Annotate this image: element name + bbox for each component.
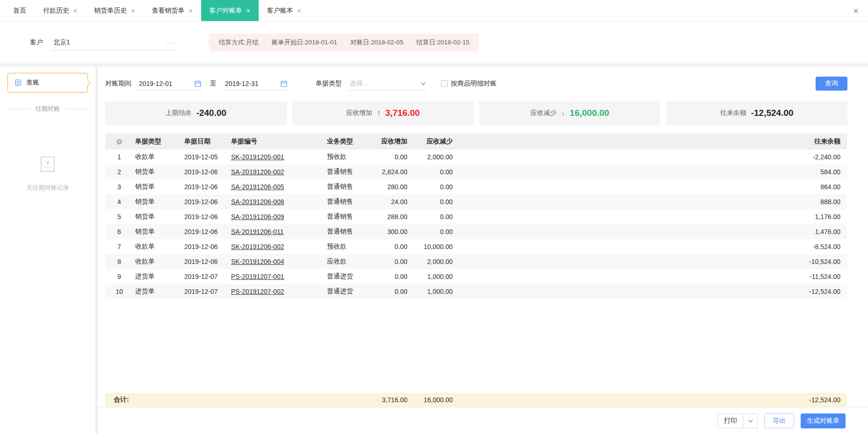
date-to-input[interactable]: 2019-12-31 (224, 78, 289, 90)
col-header-decrease: 应收减少 (409, 137, 455, 146)
history-divider: 往期对账 (7, 105, 88, 113)
export-button[interactable]: 导出 (764, 413, 794, 428)
row-index: 5 (105, 213, 133, 221)
row-index: 6 (105, 228, 133, 235)
tab-close-icon[interactable]: × (131, 7, 135, 14)
tab-label: 客户对账单 (210, 7, 242, 15)
table-body: 1收款单2019-12-05SK-20191205-001预收款0.002,00… (105, 149, 847, 299)
statement-table: ⚙ 单据类型 单据日期 单据编号 业务类型 应收增加 应收减少 往来余额 1收款… (105, 134, 847, 407)
filter-bar: 对账期间 2019-12-01 至 2019-12-31 (98, 76, 868, 92)
tab-close-icon[interactable]: × (73, 7, 77, 14)
cell-doc-date: 2019-12-06 (182, 213, 229, 221)
cell-balance: -11,524.00 (777, 273, 847, 280)
cell-doc-date: 2019-12-06 (182, 228, 229, 235)
calendar-icon[interactable] (194, 80, 202, 87)
cell-doc-date: 2019-12-07 (182, 288, 229, 295)
doc-no-link[interactable]: SA-20191206-008 (231, 198, 284, 206)
col-header-doc-date: 单据日期 (182, 137, 229, 146)
tab-home[interactable]: 首页 (5, 0, 35, 21)
doc-no-link[interactable]: SK-20191206-004 (231, 258, 284, 265)
calendar-icon[interactable] (280, 80, 288, 87)
tab-customer-ledger[interactable]: 客户账本× (259, 0, 310, 21)
customer-value: 北京1 (53, 38, 70, 47)
close-icon[interactable]: × (853, 6, 859, 15)
detail-checkbox-wrap[interactable]: 按商品明细对账 (441, 79, 497, 88)
sidebar-item-check-account[interactable]: 查账 (7, 73, 88, 92)
cell-balance: 888.00 (777, 198, 847, 206)
cell-doc-date: 2019-12-07 (182, 273, 229, 280)
date-from-value: 2019-12-01 (139, 80, 173, 87)
period-label: 对账期间 (105, 79, 131, 88)
cell-increase: 0.00 (372, 288, 409, 295)
tab-sales-history[interactable]: 销货单历史× (86, 0, 143, 21)
cell-doc-no: SA-20191206-011 (229, 228, 325, 235)
main-panel: 对账期间 2019-12-01 至 2019-12-31 (98, 66, 868, 434)
receipt-icon: ¥ (36, 153, 60, 178)
date-to-value: 2019-12-31 (225, 80, 259, 87)
doc-no-link[interactable]: SA-20191206-002 (231, 168, 284, 176)
tab-payment-history[interactable]: 付款历史× (35, 0, 86, 21)
tab-close-icon[interactable]: × (246, 7, 250, 14)
cell-balance: 864.00 (777, 183, 847, 191)
table-row: 1收款单2019-12-05SK-20191205-001预收款0.002,00… (105, 149, 847, 164)
cell-biz-type: 预收款 (325, 153, 372, 161)
doc-type-label: 单据类型 (316, 79, 342, 88)
cell-doc-no: SA-20191206-008 (229, 198, 325, 206)
cell-increase: 0.00 (372, 243, 409, 250)
summary-card-value: 3,716.00 (385, 108, 420, 118)
customer-label: 客户 (30, 38, 43, 47)
doc-no-link[interactable]: SA-20191206-005 (231, 183, 284, 191)
cell-doc-type: 收款单 (133, 257, 182, 266)
cell-doc-type: 收款单 (133, 153, 182, 161)
customer-input[interactable]: 北京1 ··· (51, 35, 177, 50)
settlement-info-item: 账单开始日:2018-01-01 (272, 38, 337, 47)
doc-no-link[interactable]: SA-20191206-011 (231, 228, 284, 235)
cell-balance: -2,240.00 (777, 153, 847, 161)
cell-doc-no: PS-20191207-002 (229, 288, 325, 295)
print-dropdown-button[interactable] (744, 413, 758, 428)
table-row: 9进货单2019-12-07PS-20191207-001普通进货0.001,0… (105, 269, 847, 284)
cell-doc-no: SA-20191206-002 (229, 168, 325, 176)
empty-state: ¥ 无往期对账记录 (0, 153, 95, 192)
detail-checkbox[interactable] (441, 80, 448, 87)
cell-biz-type: 普通销售 (325, 168, 372, 176)
summary-card-value: -12,524.00 (751, 108, 794, 118)
tab-label: 销货单历史 (94, 7, 127, 15)
print-button[interactable]: 打印 (717, 413, 744, 428)
cell-doc-type: 销货单 (133, 183, 182, 191)
table-row: 8收款单2019-12-06SK-20191206-004应收款0.002,00… (105, 254, 847, 269)
cell-doc-date: 2019-12-06 (182, 258, 229, 265)
doc-no-link[interactable]: SA-20191206-009 (231, 213, 284, 221)
cell-biz-type: 普通销售 (325, 198, 372, 206)
doc-no-link[interactable]: PS-20191207-001 (231, 273, 284, 280)
col-header-biz-type: 业务类型 (325, 137, 372, 146)
total-increase: 3,716.00 (372, 396, 409, 404)
doc-no-link[interactable]: SK-20191206-002 (231, 243, 284, 250)
app-window: 首页付款历史×销货单历史×查看销货单×客户对账单×客户账本× × 客户 北京1 … (0, 0, 868, 434)
cell-decrease: 0.00 (409, 168, 455, 176)
tab-customer-statement[interactable]: 客户对账单× (201, 0, 259, 21)
generate-statement-button[interactable]: 生成对账单 (801, 413, 846, 428)
tab-close-icon[interactable]: × (188, 7, 192, 14)
doc-no-link[interactable]: PS-20191207-002 (231, 288, 284, 295)
gear-icon[interactable]: ⚙ (116, 137, 123, 146)
doc-type-select[interactable]: 选择... (348, 77, 427, 91)
table-empty-space (105, 299, 847, 393)
settlement-info-item: 结算日:2018-02-15 (416, 38, 469, 47)
cell-biz-type: 普通销售 (325, 213, 372, 221)
ellipsis-icon[interactable]: ··· (165, 38, 175, 46)
query-button[interactable]: 查询 (816, 77, 847, 91)
cell-balance: 584.00 (777, 168, 847, 176)
table-settings-cell[interactable]: ⚙ (105, 137, 133, 146)
row-index: 7 (105, 243, 133, 250)
cell-biz-type: 普通销售 (325, 228, 372, 236)
settlement-info-item: 对账日:2018-02-05 (350, 38, 403, 47)
date-from-input[interactable]: 2019-12-01 (138, 78, 203, 90)
tab-close-icon[interactable]: × (297, 7, 301, 14)
cell-balance: 1,476.00 (777, 228, 847, 235)
cell-increase: 2,824.00 (372, 168, 409, 176)
tab-view-sales-order[interactable]: 查看销货单× (143, 0, 201, 21)
doc-no-link[interactable]: SK-20191205-001 (231, 153, 284, 161)
cell-decrease: 2,000.00 (409, 153, 455, 161)
row-index: 8 (105, 258, 133, 265)
